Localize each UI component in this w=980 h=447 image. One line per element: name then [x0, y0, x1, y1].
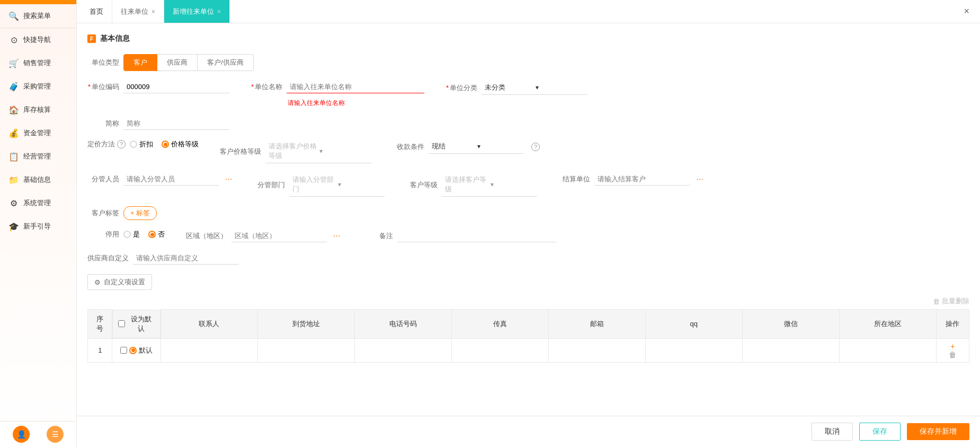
- unit-type-label: 单位类型: [87, 58, 119, 67]
- chevron-down-icon: ▾: [536, 84, 584, 91]
- guide-icon: 🎓: [8, 221, 19, 232]
- radio-disabled-no[interactable]: 否: [148, 230, 165, 239]
- col-qq: qq: [645, 310, 742, 339]
- save-button[interactable]: 保存: [859, 423, 901, 441]
- sidebar-item-system[interactable]: ⚙ 系统管理: [0, 191, 76, 215]
- default-radio[interactable]: 默认: [129, 346, 153, 355]
- cell-qq[interactable]: [645, 338, 742, 362]
- table-row: 1 默认: [88, 338, 969, 362]
- quicknav-icon: ⊙: [8, 34, 19, 45]
- qq-input[interactable]: [651, 346, 737, 354]
- sidebar-item-inventory[interactable]: 🏠 库存核算: [0, 98, 76, 121]
- save-and-new-button[interactable]: 保存并新增: [907, 423, 969, 440]
- phone-input[interactable]: [360, 346, 446, 354]
- sidebar-item-label: 新手引导: [23, 222, 51, 231]
- sidebar-item-operation[interactable]: 📋 经营管理: [0, 145, 76, 168]
- col-phone: 电话号码: [354, 310, 451, 339]
- region-input[interactable]: [231, 230, 327, 242]
- radio-price-level-circle: [162, 141, 169, 148]
- global-close-button[interactable]: ×: [957, 6, 976, 17]
- batch-delete-button[interactable]: 🗑 批量删除: [933, 296, 969, 306]
- radio-no-circle: [148, 231, 156, 238]
- customer-level-select[interactable]: 请选择客户等级 ▾: [442, 173, 537, 197]
- main-area: 首页 往来单位 × 新增往来单位 × × F 基本信息 单位类型 客户 供应商 …: [77, 0, 980, 447]
- chevron-down-icon2: ▾: [319, 147, 368, 155]
- contact-input[interactable]: [166, 346, 252, 354]
- short-name-input[interactable]: [123, 117, 229, 130]
- sidebar-item-purchase[interactable]: 🧳 采购管理: [0, 75, 76, 98]
- payment-terms-label: 收款条件: [393, 142, 424, 152]
- settlement-input[interactable]: [594, 173, 690, 186]
- payment-terms-select[interactable]: 现结 ▾: [429, 139, 524, 154]
- unit-code-input[interactable]: [123, 81, 229, 93]
- supplier-custom-input[interactable]: [133, 252, 239, 265]
- email-input[interactable]: [554, 346, 640, 354]
- sidebar-item-guide[interactable]: 🎓 新手引导: [0, 215, 76, 238]
- tab-partners-close[interactable]: ×: [152, 8, 155, 15]
- unit-name-field: *单位名称 请输入往来单位名称: [251, 81, 424, 108]
- section-header: F 基本信息: [87, 34, 969, 43]
- add-row-button[interactable]: +: [950, 342, 955, 350]
- unit-category-select[interactable]: 未分类 ▾: [482, 81, 587, 95]
- address-input[interactable]: [263, 346, 349, 354]
- region-more-icon[interactable]: ···: [333, 231, 340, 241]
- trash-icon: 🗑: [933, 297, 940, 305]
- cell-email[interactable]: [548, 338, 645, 362]
- department-select[interactable]: 请输入分管部门 ▾: [289, 173, 385, 197]
- sidebar-item-label: 快捷导航: [23, 35, 51, 45]
- unit-category-field: *单位分类 未分类 ▾: [446, 81, 587, 95]
- sidebar-item-search[interactable]: 🔍 搜索菜单: [0, 4, 76, 28]
- cell-fax[interactable]: [451, 338, 548, 362]
- code-name-category-row: *单位编码 *单位名称 请输入往来单位名称 *单位分类 未分类: [87, 81, 969, 108]
- tab-partners[interactable]: 往来单位 ×: [112, 0, 164, 23]
- manager-row: 分管人员 ··· 分管部门 请输入分管部门 ▾ 客户等级 请选择客户等级 ▾ 结…: [87, 173, 969, 197]
- cell-region[interactable]: [839, 338, 936, 362]
- radio-disabled-yes[interactable]: 是: [123, 230, 140, 239]
- disabled-region-row: 停用 是 否 区域（地区） ··· 备注: [87, 230, 969, 242]
- disabled-radio-group: 是 否: [123, 230, 165, 239]
- purchase-icon: 🧳: [8, 81, 19, 92]
- sidebar-menu-icon[interactable]: ☰: [47, 426, 64, 443]
- sidebar-item-sales[interactable]: 🛒 销售管理: [0, 51, 76, 75]
- manager-more-icon[interactable]: ···: [225, 174, 232, 184]
- tab-bar: 首页 往来单位 × 新增往来单位 × ×: [77, 0, 980, 23]
- delete-row-button[interactable]: 🗑: [949, 350, 956, 359]
- remark-input[interactable]: [397, 230, 556, 242]
- radio-discount-circle: [130, 141, 137, 148]
- radio-price-level[interactable]: 价格等级: [162, 139, 199, 149]
- add-tag-button[interactable]: + 标签: [123, 206, 157, 220]
- unit-name-input[interactable]: [287, 81, 424, 93]
- type-btn-both[interactable]: 客户/供应商: [198, 54, 254, 71]
- customer-price-level-select[interactable]: 请选择客户价格等级 ▾: [265, 139, 371, 163]
- type-btn-customer[interactable]: 客户: [123, 54, 157, 71]
- sidebar-user-icon[interactable]: 👤: [13, 426, 30, 443]
- region-cell-input[interactable]: [845, 346, 931, 354]
- sidebar-item-quicknav[interactable]: ⊙ 快捷导航: [0, 28, 76, 51]
- settlement-more-icon[interactable]: ···: [696, 174, 703, 184]
- tab-new-partner[interactable]: 新增往来单位 ×: [164, 0, 230, 23]
- tab-home[interactable]: 首页: [81, 0, 112, 23]
- unit-type-row: 单位类型 客户 供应商 客户/供应商: [87, 54, 969, 71]
- cell-address[interactable]: [257, 338, 354, 362]
- select-all-checkbox[interactable]: [118, 320, 125, 327]
- tab-new-partner-close[interactable]: ×: [217, 8, 221, 15]
- custom-settings-button[interactable]: ⚙ 自定义项设置: [87, 274, 152, 290]
- hint-icon2[interactable]: ?: [531, 143, 540, 151]
- sidebar-item-basic[interactable]: 📁 基础信息: [0, 168, 76, 191]
- cell-contact[interactable]: [161, 338, 257, 362]
- hint-icon[interactable]: ?: [117, 140, 126, 148]
- manager-field: 分管人员 ···: [87, 173, 232, 186]
- manager-input[interactable]: [123, 173, 219, 186]
- cell-phone[interactable]: [354, 338, 451, 362]
- batch-delete-label: 批量删除: [942, 296, 969, 306]
- cancel-button[interactable]: 取消: [812, 423, 853, 441]
- wechat-input[interactable]: [748, 346, 834, 354]
- radio-discount[interactable]: 折扣: [130, 139, 153, 149]
- cell-wechat[interactable]: [742, 338, 839, 362]
- fax-input[interactable]: [457, 346, 543, 354]
- row-checkbox[interactable]: [120, 347, 127, 354]
- col-email: 邮箱: [548, 310, 645, 339]
- sidebar-item-finance[interactable]: 💰 资金管理: [0, 121, 76, 145]
- default-label: 默认: [139, 346, 153, 355]
- type-btn-supplier[interactable]: 供应商: [157, 54, 198, 71]
